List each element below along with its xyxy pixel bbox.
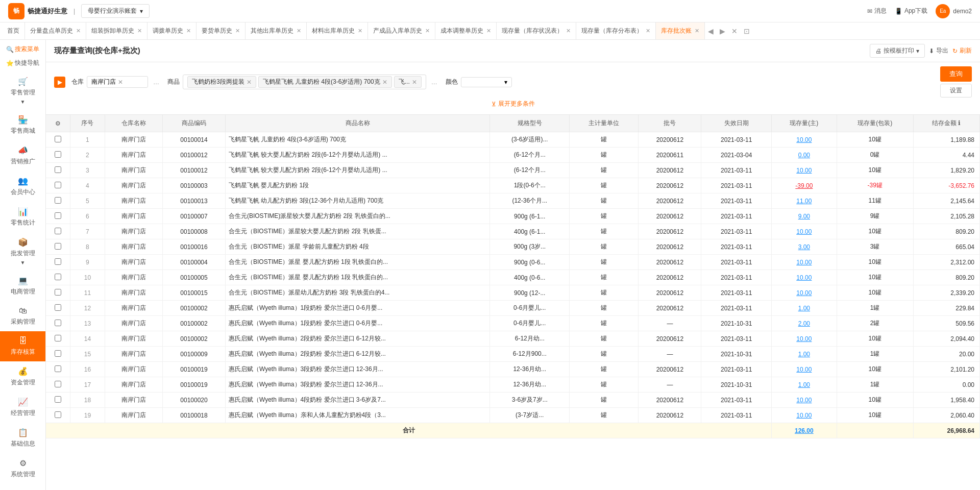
export-btn[interactable]: ⬇ 导出 — [929, 46, 948, 55]
search-menu-btn[interactable]: 🔍 搜索菜单 — [4, 45, 41, 54]
template-print-btn[interactable]: 🖨 按模板打印 ▾ — [870, 44, 925, 58]
expand-more-btn[interactable]: ⊻ 展开更多条件 — [492, 100, 535, 108]
sidebar-item-system[interactable]: ⚙ 系统管理 — [0, 453, 45, 484]
row-checkbox[interactable] — [55, 320, 61, 326]
close-tab-cai-liao[interactable]: ✕ — [358, 28, 362, 34]
tab-yao-huo[interactable]: 要货单历史 ✕ — [197, 22, 246, 40]
query-btn[interactable]: 查询 — [940, 66, 972, 82]
close-tab-kucun-pici[interactable]: ✕ — [695, 28, 699, 34]
td-checkbox[interactable] — [46, 331, 70, 347]
goods-filter[interactable]: 飞鹤奶粉3段两提装 ✕ 飞鹤星飞帆 儿童奶粉 4段(3-6岁适用) 700克 ✕… — [183, 75, 426, 89]
app-download-btn[interactable]: 📱 App下载 — [895, 7, 927, 15]
filter-expand-arrow[interactable]: ▶ — [54, 77, 65, 88]
td-checkbox[interactable] — [46, 408, 70, 423]
warehouse-dropdown[interactable]: 南岸门店 ✕ — [87, 76, 148, 88]
more-warehouse-btn[interactable]: … — [151, 79, 161, 86]
quick-nav-btn[interactable]: ⭐ 快捷导航 — [4, 59, 41, 67]
td-checkbox[interactable] — [46, 255, 70, 270]
tab-chan-pin[interactable]: 产成品入库单历史 ✕ — [368, 22, 435, 40]
refresh-btn[interactable]: ↻ 刷新 — [952, 46, 972, 55]
sidebar-item-wholesale[interactable]: 📦 批发管理 ▼ — [0, 232, 45, 271]
row-checkbox[interactable] — [55, 396, 61, 403]
th-settings[interactable]: ⚙ — [46, 115, 70, 132]
sidebar-item-basic[interactable]: 📋 基础信息 — [0, 423, 45, 453]
row-checkbox[interactable] — [55, 243, 61, 250]
td-qty-main[interactable]: 2.00 — [772, 316, 837, 331]
td-checkbox[interactable] — [46, 132, 70, 148]
sidebar-item-retail[interactable]: 🛒 零售管理 ▼ — [0, 71, 45, 110]
row-checkbox[interactable] — [55, 212, 61, 219]
tab-qi-ta[interactable]: 其他出库单历史 ✕ — [246, 22, 307, 40]
row-checkbox[interactable] — [55, 304, 61, 311]
td-checkbox[interactable] — [46, 163, 70, 178]
td-qty-main[interactable]: 10.00 — [772, 255, 837, 270]
close-tab-chan-pin[interactable]: ✕ — [425, 28, 430, 34]
tab-cai-liao[interactable]: 材料出库单历史 ✕ — [307, 22, 368, 40]
td-qty-main[interactable]: 10.00 — [772, 362, 837, 377]
row-checkbox[interactable] — [55, 228, 61, 234]
more-goods-btn[interactable]: … — [429, 79, 439, 86]
row-checkbox[interactable] — [55, 289, 61, 296]
td-qty-main[interactable]: 1.00 — [772, 347, 837, 362]
row-checkbox[interactable] — [55, 350, 61, 357]
close-tab-qi-ta[interactable]: ✕ — [297, 28, 301, 34]
tab-tiao-bo[interactable]: 调拨单历史 ✕ — [148, 22, 197, 40]
tab-xian-cun-kucun[interactable]: 现存量（库存状况表） ✕ — [497, 22, 576, 40]
row-checkbox[interactable] — [55, 151, 61, 158]
td-checkbox[interactable] — [46, 209, 70, 224]
tab-home[interactable]: 首页 — [2, 22, 25, 40]
sidebar-item-marketing[interactable]: 📣 营销推广 — [0, 140, 45, 171]
td-qty-main[interactable]: 10.00 — [772, 393, 837, 408]
sidebar-item-inventory[interactable]: 🗄 库存核算 — [0, 331, 45, 361]
close-tab-cheng-ben[interactable]: ✕ — [486, 28, 491, 34]
td-checkbox[interactable] — [46, 301, 70, 316]
td-checkbox[interactable] — [46, 148, 70, 163]
tab-cheng-ben[interactable]: 成本调整单历史 ✕ — [435, 22, 497, 40]
user-avatar-area[interactable]: Ea demo2 — [936, 4, 972, 18]
td-checkbox[interactable] — [46, 377, 70, 393]
td-qty-main[interactable]: 3.00 — [772, 239, 837, 255]
td-checkbox[interactable] — [46, 347, 70, 362]
td-qty-main[interactable]: 1.00 — [772, 301, 837, 316]
color-filter[interactable]: ▾ — [461, 77, 512, 87]
td-qty-main[interactable]: 11.00 — [772, 193, 837, 209]
td-checkbox[interactable] — [46, 362, 70, 377]
del-goods-tag-3[interactable]: ✕ — [412, 79, 417, 86]
td-qty-main[interactable]: 10.00 — [772, 224, 837, 239]
close-tab-fen-pan[interactable]: ✕ — [76, 28, 81, 34]
tab-kucun-pici[interactable]: 库存批次账 ✕ — [656, 22, 705, 40]
tab-close-all-btn[interactable]: ✕ — [728, 27, 741, 35]
row-checkbox[interactable] — [55, 274, 61, 280]
sidebar-item-finance[interactable]: 💰 资金管理 — [0, 361, 45, 392]
tab-xian-cun-fenpei[interactable]: 现存量（库存分布表） ✕ — [576, 22, 656, 40]
sidebar-item-business[interactable]: 📈 经营管理 — [0, 392, 45, 423]
sidebar-item-enterprise[interactable]: 🤝 企业协同 — [0, 484, 45, 490]
td-checkbox[interactable] — [46, 193, 70, 209]
close-tab-zu-chai[interactable]: ✕ — [137, 28, 142, 34]
settings-icon[interactable]: ⚙ — [55, 120, 61, 127]
td-checkbox[interactable] — [46, 316, 70, 331]
td-qty-main[interactable]: 10.00 — [772, 331, 837, 347]
td-qty-main[interactable]: -39.00 — [772, 178, 837, 193]
close-tab-tiao-bo[interactable]: ✕ — [186, 28, 191, 34]
close-tab-xian-cun-fenpei[interactable]: ✕ — [646, 28, 650, 34]
td-qty-main[interactable]: 10.00 — [772, 408, 837, 423]
tab-fen-pan[interactable]: 分量盘点单历史 ✕ — [25, 22, 86, 40]
row-checkbox[interactable] — [55, 258, 61, 265]
row-checkbox[interactable] — [55, 182, 61, 188]
settings-btn[interactable]: 设置 — [940, 84, 972, 97]
td-checkbox[interactable] — [46, 285, 70, 301]
td-qty-main[interactable]: 1.00 — [772, 377, 837, 393]
close-tab-xian-cun-kucun[interactable]: ✕ — [566, 28, 571, 34]
td-qty-main[interactable]: 10.00 — [772, 132, 837, 148]
close-warehouse-icon[interactable]: ✕ — [118, 79, 123, 86]
tab-next-btn[interactable]: ▶ — [717, 27, 728, 35]
td-qty-main[interactable]: 10.00 — [772, 270, 837, 285]
td-checkbox[interactable] — [46, 224, 70, 239]
row-checkbox[interactable] — [55, 197, 61, 204]
td-checkbox[interactable] — [46, 270, 70, 285]
td-checkbox[interactable] — [46, 239, 70, 255]
td-qty-main[interactable]: 0.00 — [772, 148, 837, 163]
sidebar-item-retail-shop[interactable]: 🏪 零售商城 — [0, 110, 45, 140]
sidebar-item-purchase[interactable]: 🛍 采购管理 — [0, 301, 45, 331]
